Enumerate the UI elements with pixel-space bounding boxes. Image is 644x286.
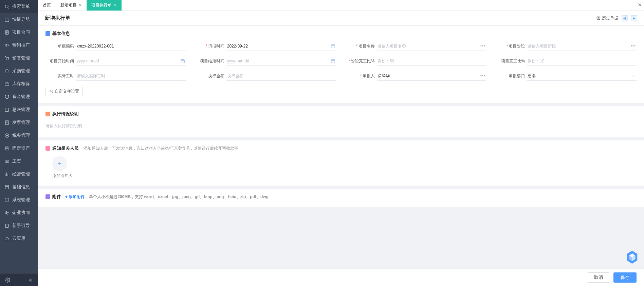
sidebar-item-17[interactable]: 新手引导 [0,219,38,232]
项目开始时间-input[interactable] [76,57,186,65]
sidebar-item-label: 快捷导航 [12,16,30,22]
custom-fields-button[interactable]: 自定义项设置 [45,87,83,96]
form-item-row1-1: *填报时间 [196,41,336,51]
tax-icon [4,133,10,138]
history-link[interactable]: 历史单据 [596,15,618,21]
form-label: 单据编码 [45,43,76,49]
svg-point-10 [5,211,7,213]
form-control [527,71,637,81]
close-all-icon[interactable]: ✕ [638,2,642,7]
calendar-icon[interactable] [180,59,185,63]
form-label: *填报人 [346,73,377,79]
calendar-icon[interactable] [331,44,335,49]
填报人-input[interactable] [377,72,486,80]
sidebar-item-15[interactable]: 系统管理 [0,193,38,206]
sidebar-item-16[interactable]: 企业协同 [0,206,38,219]
assistant-icon[interactable] [624,249,640,265]
form-label: 项目开始时间 [45,58,76,64]
speaker-icon [4,42,10,48]
阶段完工比%-input[interactable] [377,57,486,65]
sidebar-item-9[interactable]: 发票管理 [0,116,38,129]
form-control [226,56,336,66]
prev-icon[interactable]: ◀ [622,15,628,21]
sidebar-item-0[interactable]: 搜索菜单 [0,0,38,13]
form-item-row1-2: *项目名称••• [346,41,486,51]
form-item-row2-2: *阶段完工比% [346,56,486,66]
sidebar-item-1[interactable]: 快捷导航 [0,13,38,26]
sidebar-item-13[interactable]: 经营管理 [0,168,38,180]
invoice-icon [4,120,10,125]
项目阶段-input[interactable] [527,42,637,50]
picker-icon[interactable]: ••• [480,74,486,78]
填报时间-input[interactable] [226,42,336,50]
项目名称-input[interactable] [377,42,486,50]
settings-icon[interactable] [5,277,10,283]
save-button[interactable]: 保存 [613,272,637,283]
panel-basic: 基本信息 单据编码*填报时间*项目名称•••*项目阶段•••项目开始时间项目结束… [38,26,644,103]
tab-2[interactable]: 项目执行单✕ [87,0,122,11]
form-label: *项目阶段 [496,43,527,49]
svg-point-8 [6,161,7,162]
exec-textarea[interactable]: 请输入执行情况说明 [45,122,637,130]
picker-icon[interactable]: ••• [480,44,486,49]
sidebar-item-label: 云应用 [12,235,25,242]
form-item-row1-3: *项目阶段••• [496,41,637,51]
sidebar-item-7[interactable]: 资金管理 [0,90,38,103]
svg-point-13 [7,279,8,281]
sync-icon [4,197,10,203]
sidebar-item-6[interactable]: 库存核算 [0,77,38,90]
sidebar-item-18[interactable]: 云应用 [0,232,38,245]
svg-rect-17 [331,59,335,62]
sidebar-item-2[interactable]: 项目合同 [0,26,38,39]
form-item-row3-0: 实际工时 [45,71,186,81]
doc-icon [4,30,10,35]
guide-icon [4,223,10,228]
sidebar-item-label: 系统管理 [12,197,30,203]
项目完工比%-input[interactable] [527,57,637,65]
form-control [76,56,186,66]
form-item-row3-1: 执行金额 [196,71,336,81]
picker-icon[interactable]: ••• [630,44,636,49]
svg-point-18 [51,91,52,92]
add-attachment-link[interactable]: + 添加附件 [65,194,85,200]
tab-0[interactable]: 首页 [38,0,56,11]
form-control [76,41,186,51]
sidebar-item-5[interactable]: 采购管理 [0,64,38,77]
sidebar-item-8[interactable]: 总账管理 [0,103,38,116]
add-person: + 添加通知人 [52,156,637,179]
add-person-button[interactable]: + [52,156,67,171]
tab-close-icon[interactable]: ✕ [79,3,82,7]
sidebar-item-10[interactable]: 税务管理 [0,129,38,142]
form-item-row1-0: 单据编码 [45,41,186,51]
执行金额-input[interactable] [226,72,336,80]
填报部门-input[interactable] [527,72,637,80]
chevron-down-icon[interactable] [632,74,636,78]
calendar-icon[interactable] [331,59,335,63]
cancel-button[interactable]: 取消 [587,272,610,283]
sidebar-item-label: 资金管理 [12,94,30,100]
form-label: 项目结束时间 [196,58,226,64]
单据编码-input[interactable] [76,42,186,50]
collapse-icon[interactable] [28,277,33,283]
项目结束时间-input[interactable] [226,57,336,65]
sidebar-item-12[interactable]: 工资 [0,155,38,168]
form-control [377,56,486,66]
sidebar-item-14[interactable]: 基础信息 [0,180,38,193]
sidebar-item-11[interactable]: 固定资产 [0,142,38,155]
panel-exec: 执行情况说明 请输入执行情况说明 [38,106,644,137]
sidebar-item-label: 总账管理 [12,107,30,113]
form-label: *填报时间 [196,43,226,49]
panel-basic-icon [45,31,50,36]
sidebar-item-label: 新手引导 [12,223,30,229]
tab-1[interactable]: 新增项目✕ [56,0,87,11]
sidebar-item-label: 基础信息 [12,184,30,190]
sidebar-item-3[interactable]: 营销推广 [0,39,38,52]
tab-close-icon[interactable]: ✕ [114,3,117,7]
实际工时-input[interactable] [76,72,186,80]
next-icon[interactable]: ▶ [631,15,637,21]
sidebar-item-label: 营销推广 [12,42,30,48]
sidebar: 搜索菜单快捷导航项目合同营销推广销售管理采购管理库存核算资金管理总账管理发票管理… [0,0,38,286]
footer: 取消 保存 [38,268,644,286]
sidebar-item-4[interactable]: 销售管理 [0,52,38,64]
bag-icon [4,68,10,74]
